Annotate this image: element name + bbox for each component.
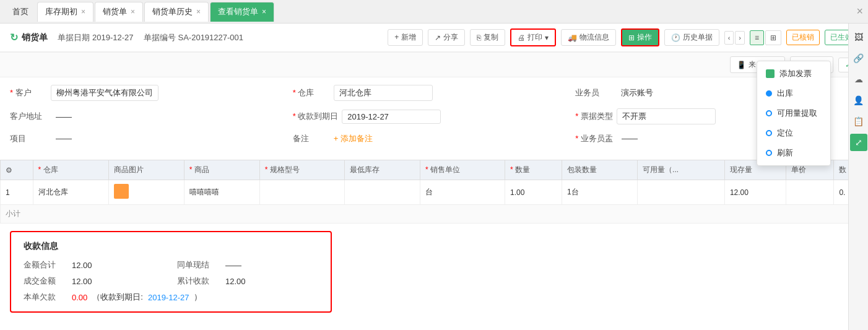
nav-arrows: ‹ › xyxy=(724,31,745,45)
cell-warehouse: 河北仓库 xyxy=(33,180,108,205)
dropdown-locate[interactable]: 定位 xyxy=(757,123,830,143)
payment-transaction: 成交金额 12.00 xyxy=(24,276,165,287)
copy-icon: ⎘ xyxy=(477,33,481,42)
form-row-3: 项目 —— 备注 + 添加备注 业务员盂 —— xyxy=(10,132,858,145)
history-icon: 🕐 xyxy=(671,33,680,42)
tab-inventory-label: 库存期初 xyxy=(45,6,77,17)
view-grid-button[interactable]: ⊞ xyxy=(765,30,781,45)
doc-header: ↻ 销货单 单据日期 2019-12-27 单据编号 SA-20191227-0… xyxy=(0,24,868,52)
table-header-row: ⚙ * 仓库 商品图片 * 商品 * 规格型号 最低库存 * 销售单位 * 数量… xyxy=(1,160,868,180)
tab-inventory[interactable]: 库存期初 × xyxy=(37,2,93,22)
cell-no: 1 xyxy=(1,180,33,205)
next-button[interactable]: › xyxy=(735,31,745,45)
copy-button[interactable]: ⎘ 复制 xyxy=(470,29,505,46)
cumulative-value: 12.00 xyxy=(225,277,246,286)
tab-inventory-close[interactable]: × xyxy=(81,7,85,16)
dropdown-available-qty[interactable]: 可用量提取 xyxy=(757,103,830,123)
cell-min-stock xyxy=(344,180,420,205)
sidebar-user-icon[interactable]: 👤 xyxy=(850,92,867,109)
cell-product-img xyxy=(108,180,184,205)
sidebar-image-icon[interactable]: 🖼 xyxy=(850,28,867,46)
main-content: ↻ 销货单 单据日期 2019-12-27 单据编号 SA-20191227-0… xyxy=(0,24,868,330)
tab-check-sales-label: 查看销货单 xyxy=(218,6,258,17)
tab-check-sales-close[interactable]: × xyxy=(262,7,266,16)
payment-total-amount: 金额合计 12.00 xyxy=(24,259,165,271)
payment-date-value[interactable]: 2019-12-27 xyxy=(342,110,441,124)
project-field: 项目 —— xyxy=(10,132,293,145)
logistics-button[interactable]: 🚚 物流信息 xyxy=(561,29,616,46)
sidebar-expand-icon[interactable]: ⤢ xyxy=(850,134,867,151)
payment-grid: 金额合计 12.00 同单现结 —— 成交金额 12.00 累计收款 12.00 xyxy=(24,259,318,303)
payment-cumulative: 累计收款 12.00 xyxy=(177,276,318,287)
add-remark-button[interactable]: + 添加备注 xyxy=(334,133,373,144)
address-value: —— xyxy=(51,110,150,123)
tab-home[interactable]: 首页 xyxy=(5,2,36,22)
new-button[interactable]: + 新增 xyxy=(388,29,422,46)
subtotal-row: 小计 xyxy=(1,205,868,224)
tab-sales-history-close[interactable]: × xyxy=(196,7,201,16)
warehouse-label: 仓库 xyxy=(293,87,330,98)
tab-sales-label: 销货单 xyxy=(103,6,127,17)
window-close-button[interactable]: × xyxy=(856,5,863,18)
address-field: 客户地址 —— xyxy=(10,110,293,123)
ticket-type-value[interactable]: 不开票 xyxy=(617,108,716,124)
tab-sales-close[interactable]: × xyxy=(131,7,135,16)
doc-title: ↻ 销货单 xyxy=(10,32,48,43)
dropdown-add-invoice[interactable]: 添加发票 xyxy=(757,64,830,84)
tab-sales-history[interactable]: 销货单历史 × xyxy=(144,2,209,22)
col-qty: * 数量 xyxy=(505,160,562,180)
operations-dropdown: 添加发票 出库 可用量提取 定位 刷新 xyxy=(757,61,831,166)
truck-icon: 🚚 xyxy=(568,33,577,42)
add-invoice-icon xyxy=(766,69,775,78)
share-icon: ↗ xyxy=(435,33,441,42)
operations-icon: ⊞ xyxy=(628,33,635,42)
sidebar-clipboard-icon[interactable]: 📋 xyxy=(850,113,867,130)
customer-field: 客户 柳州粤港平安气体有限公司 xyxy=(10,85,293,101)
dropdown-outbound[interactable]: 出库 xyxy=(757,84,830,103)
col-settings[interactable]: ⚙ xyxy=(1,160,33,180)
share-button[interactable]: ↗ 分享 xyxy=(428,29,465,46)
tab-sales[interactable]: 销货单 × xyxy=(95,2,143,22)
doc-actions: + 新增 ↗ 分享 ⎘ 复制 🖨 打印 ▾ 🚚 物流信息 xyxy=(388,28,858,46)
total-amount-label: 金额合计 xyxy=(24,259,67,271)
customer-label: 客户 xyxy=(10,87,47,98)
due-date-prefix: （收款到期日: xyxy=(92,292,143,303)
col-min-stock: 最低库存 xyxy=(344,160,420,180)
doc-type-label: 销货单 xyxy=(22,32,48,43)
dropdown-refresh[interactable]: 刷新 xyxy=(757,143,830,163)
view-toggle: ≡ ⊞ xyxy=(750,30,781,45)
history-button[interactable]: 🕐 历史单据 xyxy=(664,29,719,46)
warehouse-field: 仓库 河北仓库 xyxy=(293,85,576,101)
print-button[interactable]: 🖨 打印 ▾ xyxy=(510,28,556,46)
project-label: 项目 xyxy=(10,133,47,144)
doc-meta: 单据日期 2019-12-27 单据编号 SA-20191227-001 xyxy=(58,32,243,43)
payment-due-row: 本单欠款 0.00 （收款到期日: 2019-12-27 ） xyxy=(24,292,318,303)
view-list-button[interactable]: ≡ xyxy=(750,30,764,45)
customer-value[interactable]: 柳州粤港平安气体有限公司 xyxy=(51,85,158,101)
cell-product: 嘻嘻嘻嘻 xyxy=(184,180,259,205)
payment-title: 收款信息 xyxy=(24,241,318,252)
sidebar-cloud-icon[interactable]: ☁ xyxy=(850,71,867,88)
col-warehouse: * 仓库 xyxy=(33,160,108,180)
add-invoice-label: 添加发票 xyxy=(779,68,812,79)
operations-button[interactable]: ⊞ 操作 xyxy=(621,28,659,46)
col-sales-unit: * 销售单位 xyxy=(420,160,505,180)
col-pack-qty: 包装数量 xyxy=(562,160,638,180)
ticket-type-label: 票据类型 xyxy=(575,111,613,122)
refresh-icon xyxy=(766,150,772,156)
payment-section: 收款信息 金额合计 12.00 同单现结 —— 成交金额 12.00 累计收款 … xyxy=(10,231,332,313)
remark-label: 备注 xyxy=(293,133,330,144)
col-product: * 商品 xyxy=(184,160,259,180)
cell-available xyxy=(638,180,725,205)
table-row: 1 河北仓库 嘻嘻嘻嘻 台 1.00 1台 12.00 xyxy=(1,180,868,205)
outbound-icon xyxy=(766,90,772,97)
print-dropdown-arrow: ▾ xyxy=(545,33,549,42)
prev-button[interactable]: ‹ xyxy=(724,31,734,45)
tab-check-sales[interactable]: 查看销货单 × xyxy=(210,2,274,22)
tab-sales-history-label: 销货单历史 xyxy=(152,6,193,17)
warehouse-value[interactable]: 河北仓库 xyxy=(334,85,433,101)
status-sold-button[interactable]: 已核销 xyxy=(786,30,820,45)
sidebar-link-icon[interactable]: 🔗 xyxy=(850,50,867,67)
transaction-value: 12.00 xyxy=(72,277,92,286)
staff-label: 业务员 xyxy=(575,87,612,98)
